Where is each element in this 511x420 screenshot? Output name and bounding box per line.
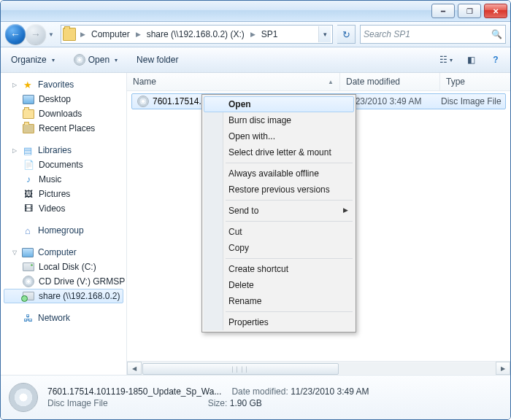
breadcrumb-bar[interactable]: ▶ Computer ▶ share (\\192.168.0.2) (X:) … bbox=[61, 25, 333, 44]
context-menu-item[interactable]: Open bbox=[204, 96, 354, 112]
recent-icon bbox=[23, 122, 34, 134]
explorer-window: ━ ❐ ✕ ← → ▼ ▶ Computer ▶ share (\\192.16… bbox=[0, 0, 511, 420]
forward-button[interactable]: → bbox=[26, 24, 46, 44]
context-menu-item[interactable]: Properties bbox=[204, 314, 354, 330]
libraries-icon: ▤ bbox=[22, 144, 34, 156]
desktop-icon bbox=[23, 93, 34, 105]
context-menu-separator bbox=[226, 221, 353, 222]
nav-share-x[interactable]: share (\\192.168.0.2) bbox=[4, 289, 123, 303]
col-type[interactable]: Type bbox=[440, 73, 511, 90]
context-menu-item[interactable]: Select drive letter & mount bbox=[204, 144, 354, 160]
folder-icon bbox=[63, 28, 76, 41]
refresh-button[interactable]: ↻ bbox=[337, 25, 356, 44]
horizontal-scrollbar[interactable]: ◀ ││││ ▶ bbox=[127, 361, 510, 375]
help-button[interactable]: ? bbox=[487, 51, 504, 69]
pictures-icon: 🖼 bbox=[23, 188, 34, 200]
context-menu-separator bbox=[226, 258, 353, 259]
preview-pane-icon: ◧ bbox=[467, 55, 475, 65]
drive-icon bbox=[23, 261, 34, 273]
nav-downloads[interactable]: Downloads bbox=[1, 106, 126, 121]
view-icon: ☷ bbox=[439, 55, 447, 65]
refresh-icon: ↻ bbox=[342, 29, 350, 40]
file-type: Disc Image File bbox=[436, 96, 510, 106]
downloads-icon bbox=[23, 108, 34, 120]
context-menu-item[interactable]: Rename bbox=[204, 293, 354, 309]
context-menu-item[interactable]: Burn disc image bbox=[204, 112, 354, 128]
context-menu-item[interactable]: Always available offline bbox=[204, 166, 354, 182]
context-menu: OpenBurn disc imageOpen with...Select dr… bbox=[201, 94, 356, 332]
context-menu-separator bbox=[226, 200, 353, 201]
sort-asc-icon: ▲ bbox=[328, 79, 334, 85]
context-menu-item[interactable]: Cut bbox=[204, 224, 354, 240]
network-drive-icon bbox=[23, 290, 34, 302]
nav-documents[interactable]: 📄Documents bbox=[1, 158, 126, 172]
breadcrumb-computer[interactable]: Computer bbox=[88, 26, 133, 42]
nav-local-disk-c[interactable]: Local Disk (C:) bbox=[1, 260, 126, 274]
breadcrumb-share[interactable]: share (\\192.168.0.2) (X:) bbox=[144, 26, 247, 42]
col-name[interactable]: Name▲ bbox=[127, 73, 340, 90]
libraries-header[interactable]: ▷▤Libraries bbox=[1, 143, 126, 158]
organize-button[interactable]: Organize bbox=[7, 52, 59, 67]
breadcrumb-sp1[interactable]: SP1 bbox=[258, 26, 281, 42]
titlebar[interactable]: ━ ❐ ✕ bbox=[1, 1, 510, 22]
scroll-thumb[interactable]: ││││ bbox=[142, 363, 339, 375]
new-folder-button[interactable]: New folder bbox=[132, 52, 182, 67]
breadcrumb-sep[interactable]: ▶ bbox=[134, 26, 142, 42]
cd-icon bbox=[23, 276, 34, 287]
nav-pictures[interactable]: 🖼Pictures bbox=[1, 187, 126, 201]
breadcrumb-sep[interactable]: ▶ bbox=[249, 26, 257, 42]
scroll-right-button[interactable]: ▶ bbox=[496, 362, 510, 375]
open-button[interactable]: Open bbox=[69, 52, 122, 68]
close-icon: ✕ bbox=[493, 7, 499, 15]
documents-icon: 📄 bbox=[23, 159, 34, 171]
scroll-left-button[interactable]: ◀ bbox=[127, 362, 142, 375]
details-date: 11/23/2010 3:49 AM bbox=[291, 386, 369, 397]
network-icon: 🖧 bbox=[22, 312, 34, 324]
details-pane: 7601.17514.101119-1850_Update_Sp_Wa... D… bbox=[1, 375, 510, 419]
breadcrumb-dropdown[interactable]: ▾ bbox=[318, 26, 331, 42]
close-button[interactable]: ✕ bbox=[484, 4, 507, 18]
star-icon: ★ bbox=[22, 79, 34, 90]
context-menu-separator bbox=[226, 163, 353, 163]
music-icon: ♪ bbox=[23, 174, 34, 185]
maximize-button[interactable]: ❐ bbox=[458, 4, 481, 18]
column-headers: Name▲ Date modified Type Size bbox=[127, 73, 510, 91]
nav-buttons: ← → ▼ bbox=[5, 24, 56, 44]
maximize-icon: ❐ bbox=[466, 7, 473, 15]
nav-recent-places[interactable]: Recent Places bbox=[1, 121, 126, 136]
context-menu-item[interactable]: Open with... bbox=[204, 128, 354, 144]
nav-cd-drive-v[interactable]: CD Drive (V:) GRMSP bbox=[1, 274, 126, 289]
minimize-button[interactable]: ━ bbox=[431, 4, 455, 18]
open-icon bbox=[74, 54, 85, 66]
context-menu-item[interactable]: Delete bbox=[204, 277, 354, 293]
nav-history-dropdown[interactable]: ▼ bbox=[46, 24, 56, 44]
context-menu-item[interactable]: Copy bbox=[204, 240, 354, 256]
homegroup-header[interactable]: ⌂Homegroup bbox=[1, 223, 126, 238]
nav-music[interactable]: ♪Music bbox=[1, 172, 126, 187]
submenu-arrow-icon: ▶ bbox=[343, 206, 348, 214]
search-placeholder: Search SP1 bbox=[364, 29, 410, 39]
details-filename: 7601.17514.101119-1850_Update_Sp_Wa... bbox=[47, 386, 221, 397]
nav-desktop[interactable]: Desktop bbox=[1, 92, 126, 106]
computer-icon bbox=[22, 246, 34, 258]
context-menu-item[interactable]: Create shortcut bbox=[204, 261, 354, 277]
address-bar: ← → ▼ ▶ Computer ▶ share (\\192.168.0.2)… bbox=[1, 22, 510, 47]
breadcrumb-sep[interactable]: ▶ bbox=[79, 26, 87, 42]
details-size: 1.90 GB bbox=[230, 398, 262, 408]
preview-pane-button[interactable]: ◧ bbox=[462, 51, 480, 69]
details-icon bbox=[8, 382, 39, 413]
network-header[interactable]: 🖧Network bbox=[1, 311, 126, 325]
videos-icon: 🎞 bbox=[23, 203, 34, 214]
computer-header[interactable]: ▽Computer bbox=[1, 245, 126, 260]
minimize-icon: ━ bbox=[441, 7, 445, 15]
nav-videos[interactable]: 🎞Videos bbox=[1, 201, 126, 216]
favorites-header[interactable]: ▷★Favorites bbox=[1, 77, 126, 92]
back-button[interactable]: ← bbox=[5, 24, 26, 44]
col-date-modified[interactable]: Date modified bbox=[340, 73, 440, 90]
context-menu-item[interactable]: Send to▶ bbox=[204, 203, 354, 219]
scroll-track[interactable]: ││││ bbox=[142, 362, 496, 374]
view-options-button[interactable]: ☷ ▾ bbox=[437, 51, 455, 69]
navigation-pane[interactable]: ▷★Favorites Desktop Downloads Recent Pla… bbox=[1, 73, 127, 375]
context-menu-item[interactable]: Restore previous versions bbox=[204, 182, 354, 198]
search-input[interactable]: Search SP1 🔍 bbox=[360, 25, 506, 44]
